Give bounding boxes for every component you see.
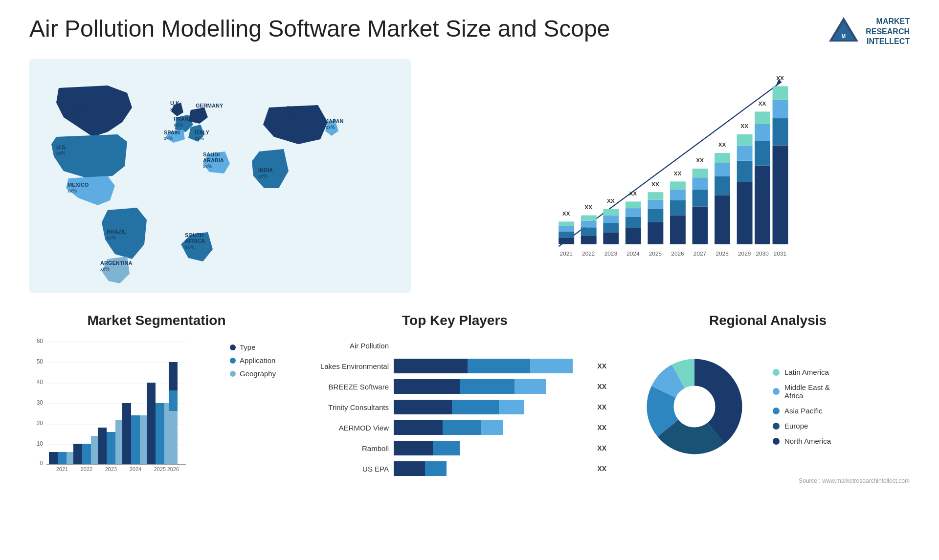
middle-east-africa-dot (773, 388, 780, 395)
donut-svg (626, 338, 763, 475)
svg-rect-73 (693, 206, 708, 244)
svg-text:2025: 2025 (154, 466, 166, 472)
svg-rect-50 (603, 223, 619, 232)
svg-rect-74 (693, 190, 708, 207)
player-bars-aermod (394, 420, 588, 435)
svg-rect-39 (559, 226, 574, 232)
svg-rect-70 (670, 181, 686, 189)
svg-text:xx%: xx% (185, 244, 194, 250)
svg-text:ARGENTINA: ARGENTINA (100, 260, 132, 266)
player-bars-lakes (394, 359, 588, 373)
seg-legend-app: Application (230, 356, 276, 365)
player-name-aermod: AERMOD View (303, 424, 389, 432)
bar-mid-usepa (425, 461, 447, 476)
svg-text:xx%: xx% (67, 188, 77, 194)
svg-text:2025: 2025 (649, 250, 662, 257)
svg-text:XX: XX (674, 170, 682, 177)
bar-mid-trinity (452, 400, 499, 414)
svg-text:JAPAN: JAPAN (326, 118, 344, 124)
svg-rect-52 (603, 209, 619, 215)
svg-rect-91 (755, 166, 770, 244)
svg-text:2028: 2028 (715, 250, 729, 257)
svg-text:2026: 2026 (671, 250, 684, 257)
svg-rect-61 (648, 222, 663, 244)
svg-text:BRAZIL: BRAZIL (107, 229, 127, 235)
svg-rect-97 (773, 146, 788, 244)
svg-text:0: 0 (40, 460, 43, 467)
geo-dot (230, 371, 236, 377)
svg-rect-45 (581, 221, 597, 228)
svg-text:xx%: xx% (195, 136, 204, 141)
player-bars-usepa (394, 461, 588, 476)
player-name-lakes: Lakes Environmental (303, 362, 389, 370)
bar-dark-aermod (394, 420, 443, 435)
player-name-ramboll: Ramboll (303, 444, 389, 452)
header: Air Pollution Modelling Software Market … (29, 15, 910, 49)
svg-text:XX: XX (776, 75, 784, 82)
svg-text:xx%: xx% (67, 111, 77, 117)
player-name-trinity: Trinity Consultants (303, 403, 389, 411)
svg-text:2021: 2021 (560, 250, 573, 257)
north-america-dot (773, 438, 780, 445)
svg-text:xx%: xx% (258, 173, 268, 179)
seg-bottom: 60 50 40 30 20 10 0 (29, 338, 284, 475)
regional-title: Regional Analysis (626, 313, 910, 328)
svg-text:60: 60 (37, 338, 44, 345)
svg-rect-49 (603, 232, 619, 244)
player-xx-trinity: XX (597, 403, 606, 411)
regional-section: Regional Analysis (626, 313, 910, 518)
svg-text:SAUDI: SAUDI (203, 151, 220, 157)
segmentation-title: Market Segmentation (29, 313, 284, 328)
svg-rect-86 (737, 161, 753, 182)
svg-text:AFRICA: AFRICA (185, 238, 205, 244)
svg-text:xx%: xx% (56, 151, 66, 156)
player-name-airpollution: Air Pollution (303, 342, 389, 350)
world-map: CANADA xx% U.S. xx% MEXICO xx% BRAZIL xx… (29, 59, 411, 293)
page-title: Air Pollution Modelling Software Market … (29, 15, 610, 43)
source-text: Source : www.marketresearchintellect.com (626, 477, 910, 484)
svg-text:XX: XX (740, 123, 748, 129)
latin-america-dot (773, 369, 780, 376)
svg-rect-40 (559, 221, 574, 226)
growth-chart-container: XX 2021 XX 2022 XX 2023 (430, 59, 910, 293)
bar-light-lakes (530, 359, 573, 373)
svg-text:ARABIA: ARABIA (203, 157, 224, 163)
svg-rect-63 (648, 200, 663, 209)
player-xx-ramboll: XX (597, 444, 606, 452)
bar-mid-aermod (443, 420, 482, 435)
bar-dark-trinity (394, 400, 452, 414)
seg-legend-geo: Geography (230, 369, 276, 378)
svg-rect-85 (737, 182, 753, 244)
bar-mid-ramboll (433, 441, 460, 455)
seg-legend-type: Type (230, 343, 276, 351)
svg-text:XX: XX (607, 197, 615, 204)
svg-rect-129 (122, 403, 131, 464)
bar-mid-breeze (460, 379, 514, 394)
player-row-lakes: Lakes Environmental XX (303, 359, 606, 373)
svg-rect-94 (755, 111, 770, 124)
svg-rect-79 (715, 195, 730, 244)
logo-text: MARKET RESEARCH INTELLECT (866, 17, 910, 47)
svg-text:xx%: xx% (107, 235, 116, 240)
player-xx-breeze: XX (597, 383, 606, 390)
player-row-ramboll: Ramboll XX (303, 441, 606, 455)
player-name-breeze: BREEZE Software (303, 383, 389, 391)
player-xx-lakes: XX (597, 362, 606, 370)
svg-text:2022: 2022 (81, 466, 92, 472)
bar-light-aermod (481, 420, 503, 435)
svg-rect-38 (559, 231, 574, 237)
regional-chart-area: Latin America Middle East &Africa Asia P… (626, 338, 910, 475)
segmentation-section: Market Segmentation 60 50 40 30 20 10 0 (29, 313, 284, 518)
svg-rect-99 (773, 100, 788, 118)
svg-rect-87 (737, 146, 753, 161)
svg-text:M: M (842, 34, 846, 39)
page: Air Pollution Modelling Software Market … (0, 0, 939, 560)
logo-area: M MARKET RESEARCH INTELLECT (827, 15, 910, 49)
svg-text:2024: 2024 (130, 466, 141, 472)
player-bars-ramboll (394, 441, 588, 455)
svg-rect-130 (131, 415, 140, 464)
svg-text:GERMANY: GERMANY (196, 103, 224, 108)
svg-text:50: 50 (37, 358, 44, 365)
legend-item-mea: Middle East &Africa (773, 383, 831, 400)
svg-text:XX: XX (759, 100, 766, 107)
